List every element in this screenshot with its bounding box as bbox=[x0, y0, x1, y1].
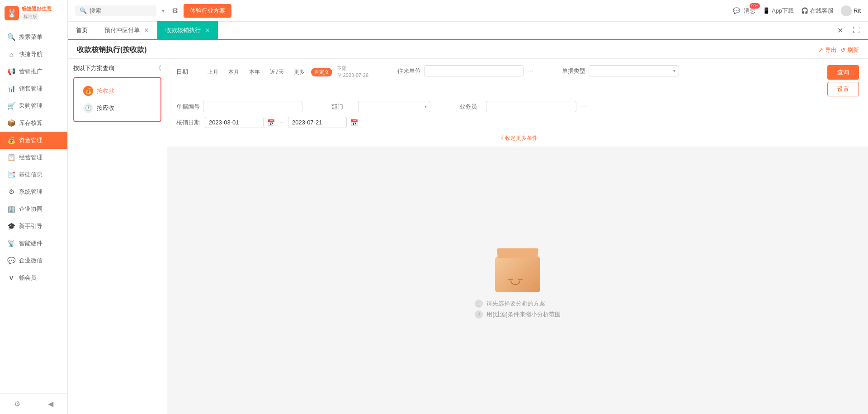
search-icon: 🔍 bbox=[80, 7, 87, 14]
refresh-btn[interactable]: ↺ 刷新 bbox=[840, 46, 859, 54]
logo-badge: 标准版 bbox=[22, 13, 39, 20]
export-label: 导出 bbox=[825, 46, 837, 54]
smart-hw-icon: 📡 bbox=[7, 239, 15, 247]
app-download-label: App下载 bbox=[772, 7, 794, 15]
export-icon: ↗ bbox=[818, 47, 823, 53]
date-unlimited-label: 不限 bbox=[337, 65, 368, 72]
box-body bbox=[495, 256, 540, 292]
partner-input[interactable] bbox=[424, 65, 524, 76]
sidebar-item-fund[interactable]: 💰资金管理 bbox=[0, 132, 67, 149]
sidebar-item-basic-info[interactable]: 📑基础信息 bbox=[0, 166, 67, 183]
this-year-btn[interactable]: 本年 bbox=[245, 67, 264, 77]
tab-receipt-close-icon[interactable]: ✕ bbox=[205, 27, 210, 33]
left-panel-collapse-icon[interactable]: 《 bbox=[155, 64, 161, 72]
sidebar-label-purchase: 采购管理 bbox=[19, 102, 42, 110]
staff-dots[interactable]: ··· bbox=[580, 103, 586, 111]
settings-bottom-icon[interactable]: ⚙ bbox=[12, 397, 23, 410]
sidebar-item-system[interactable]: ⚙系统管理 bbox=[0, 183, 67, 200]
department-select-wrap bbox=[358, 101, 430, 112]
collapse-sidebar-btn[interactable]: ◀ bbox=[46, 397, 56, 410]
sidebar-item-sales[interactable]: 📊销售管理 bbox=[0, 80, 67, 97]
page-header-actions: ↗ 导出 ↺ 刷新 bbox=[818, 46, 859, 54]
message-btn[interactable]: 💬 99+ 消息 bbox=[733, 7, 755, 15]
page-title-row: 收款核销执行(按收款) ↗ 导出 ↺ 刷新 bbox=[77, 45, 859, 58]
app-download-btn[interactable]: 📱 App下载 bbox=[763, 7, 794, 15]
user-info-btn[interactable]: Rit bbox=[841, 5, 861, 16]
receipt-option-label: 按收款 bbox=[97, 87, 114, 95]
bill-no-input[interactable] bbox=[203, 101, 302, 112]
sidebar-label-smart-hw: 智能硬件 bbox=[19, 239, 42, 247]
query-option-by-receipt[interactable]: 💰 按收款 bbox=[79, 82, 156, 100]
logo-icon: 🐰 bbox=[5, 6, 19, 20]
sidebar-item-inventory[interactable]: 📦库存核算 bbox=[0, 114, 67, 132]
tab-maximize-icon[interactable]: ⛶ bbox=[850, 24, 863, 37]
tab-home[interactable]: 首页 bbox=[68, 21, 96, 39]
box-top bbox=[497, 248, 539, 258]
filter-row-2: 单据编号 部门 业务员 bbox=[176, 101, 859, 112]
bill-type-select[interactable] bbox=[589, 65, 679, 76]
end-calendar-icon[interactable]: 📅 bbox=[350, 119, 358, 126]
reconcile-date-start-input[interactable] bbox=[205, 117, 264, 128]
online-service-label: 在线客服 bbox=[810, 7, 834, 15]
sidebar: 🐰 畅捷通好生意 标准版 🔍搜索菜单 ⌂快捷导航 📢营销推广 📊销售管理 🛒采购… bbox=[0, 0, 68, 414]
staff-filter-group: 业务员 ··· bbox=[459, 101, 586, 112]
sidebar-label-member: 畅会员 bbox=[19, 274, 37, 282]
query-option-by-receivable[interactable]: 🕐 按应收 bbox=[79, 100, 156, 117]
face-right-eye bbox=[518, 279, 523, 280]
bill-no-label: 单据编号 bbox=[176, 103, 201, 111]
reconcile-date-end-input[interactable] bbox=[288, 117, 347, 128]
tab-home-label: 首页 bbox=[76, 26, 88, 34]
sidebar-item-newbie[interactable]: 🎓新手引导 bbox=[0, 218, 67, 235]
wechat-icon: 💬 bbox=[7, 257, 15, 265]
user-name-label: Rit bbox=[854, 7, 861, 14]
more-date-btn[interactable]: 更多 bbox=[290, 67, 308, 77]
tab-receipt-reconcile[interactable]: 收款核销执行 ✕ bbox=[157, 21, 218, 39]
online-service-btn[interactable]: 🎧 在线客服 bbox=[801, 7, 834, 15]
query-btn[interactable]: 查询 bbox=[827, 65, 859, 80]
sidebar-logo: 🐰 畅捷通好生意 标准版 bbox=[0, 0, 67, 26]
sidebar-item-purchase[interactable]: 🛒采购管理 bbox=[0, 97, 67, 114]
prev-month-btn[interactable]: 上月 bbox=[204, 67, 222, 77]
sidebar-label-inventory: 库存核算 bbox=[19, 119, 42, 127]
sidebar-item-quick-nav[interactable]: ⌂快捷导航 bbox=[0, 46, 67, 63]
sidebar-label-fund: 资金管理 bbox=[19, 136, 42, 144]
tab-prepay-label: 预付冲应付单 bbox=[104, 26, 140, 34]
sidebar-item-smart-hw[interactable]: 📡智能硬件 bbox=[0, 235, 67, 252]
date-label: 日期 bbox=[176, 68, 201, 76]
staff-input[interactable] bbox=[486, 101, 576, 112]
sidebar-label-enterprise: 企业协同 bbox=[19, 205, 42, 213]
empty-hints: 1 请先选择要分析的方案 2 用[过滤]条件来缩小分析范围 bbox=[475, 300, 560, 319]
tab-prepay-reconcile[interactable]: 预付冲应付单 ✕ bbox=[96, 21, 157, 39]
left-panel: 按以下方案查询 《 💰 按收款 🕐 按应收 bbox=[68, 59, 167, 414]
sidebar-item-enterprise[interactable]: 🏢企业协同 bbox=[0, 200, 67, 218]
collapse-more-btn[interactable]: 《 收起更多条件 bbox=[498, 134, 538, 142]
sidebar-label-quick-nav: 快捷导航 bbox=[19, 50, 42, 58]
last-7days-btn[interactable]: 近7天 bbox=[266, 67, 288, 77]
sidebar-item-member[interactable]: V畅会员 bbox=[0, 269, 67, 286]
page-title: 收款核销执行(按收款) bbox=[77, 45, 147, 55]
receipt-option-icon: 💰 bbox=[83, 86, 93, 96]
message-badge: 99+ bbox=[750, 3, 760, 9]
partner-dots[interactable]: ··· bbox=[527, 67, 533, 75]
bill-type-select-wrap bbox=[589, 65, 679, 76]
tab-prepay-close-icon[interactable]: ✕ bbox=[144, 27, 149, 33]
setting-btn[interactable]: 设置 bbox=[827, 82, 859, 96]
sidebar-item-operation[interactable]: 📋经营管理 bbox=[0, 149, 67, 166]
sidebar-item-search[interactable]: 🔍搜索菜单 bbox=[0, 29, 67, 46]
empty-hint-1: 1 请先选择要分析的方案 bbox=[475, 300, 560, 308]
sidebar-item-wechat[interactable]: 💬企业微信 bbox=[0, 252, 67, 269]
topbar-gear-icon[interactable]: ⚙ bbox=[172, 6, 178, 15]
topbar-chevron-icon[interactable]: ▾ bbox=[162, 8, 165, 14]
fund-icon: 💰 bbox=[7, 136, 15, 144]
collapse-label: 收起更多条件 bbox=[505, 134, 538, 142]
start-calendar-icon[interactable]: 📅 bbox=[267, 119, 275, 126]
sidebar-item-marketing[interactable]: 📢营销推广 bbox=[0, 63, 67, 80]
search-input[interactable] bbox=[90, 7, 148, 14]
bill-type-filter-group: 单据类型 bbox=[562, 65, 679, 76]
date-custom-badge[interactable]: 自定义 bbox=[311, 68, 332, 76]
tab-close-all-icon[interactable]: ✕ bbox=[834, 24, 846, 37]
solution-btn[interactable]: 体验行业方案 bbox=[184, 4, 231, 18]
department-select[interactable] bbox=[358, 101, 430, 112]
this-month-btn[interactable]: 本月 bbox=[225, 67, 243, 77]
export-btn[interactable]: ↗ 导出 bbox=[818, 46, 837, 54]
